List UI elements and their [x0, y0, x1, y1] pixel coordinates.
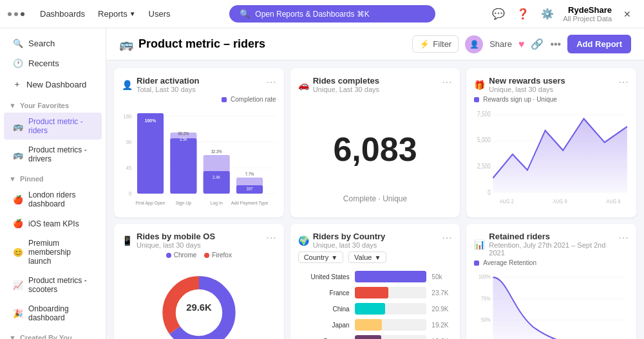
- heart-button[interactable]: ♥: [518, 39, 525, 50]
- content-header: 🚌 Product metric – riders ⚡ Filter 👤 Sha…: [106, 28, 644, 60]
- hbar-row-japan: Japan 19.2K: [298, 319, 453, 331]
- svg-text:29.6K: 29.6K: [186, 302, 212, 313]
- hbar-fill-japan: [355, 319, 382, 331]
- user-info: RydeShare All Project Data: [563, 5, 612, 23]
- header-actions: ⚡ Filter 👤 Share ♥ 🔗 ••• Add Report: [412, 35, 631, 53]
- sidebar-item-ios-kpis[interactable]: 🍎 iOS team KPIs: [4, 214, 102, 233]
- rides-big-number-label: Complete · Unique: [298, 194, 453, 210]
- rewards-legend-label: Rewards sign up · Unique: [483, 96, 557, 103]
- rewards-svg: 7,500 5,000 2,500 0: [474, 107, 629, 210]
- rider-activation-title: Rider activation: [137, 76, 200, 86]
- svg-text:First App Open: First App Open: [136, 199, 166, 206]
- mobile-sub: Unique, last 30 days: [137, 241, 215, 249]
- hbar-value-france: 23.7K: [431, 289, 452, 297]
- sidebar-item-product-metrics-drivers[interactable]: 🚌 Product metrics - drivers: [4, 141, 102, 168]
- chevron-down-icon-pinned[interactable]: ▼: [9, 175, 16, 183]
- value-filter[interactable]: Value ▼: [348, 252, 386, 263]
- card-icon-rider: 👤: [122, 80, 133, 90]
- hbar-row-france: France 23.7K: [298, 287, 453, 298]
- country-title: Riders by Country: [313, 232, 386, 241]
- riders-country-card: 🌍 Riders by Country Unique, last 30 days…: [290, 224, 460, 339]
- svg-text:75%: 75%: [481, 295, 491, 302]
- sidebar-item-onboarding[interactable]: 🎉 Onboarding dashboard: [4, 300, 102, 327]
- topnav-dashboards[interactable]: Dashboards: [35, 6, 90, 21]
- hbar-row-germany: Germany 18.6K: [298, 335, 453, 339]
- sidebar-search-label: Search: [28, 39, 55, 48]
- card-menu-mobile[interactable]: ⋯: [266, 232, 276, 244]
- card-menu-rider[interactable]: ⋯: [266, 76, 276, 88]
- created-section: ▼ Created By You: [0, 327, 106, 339]
- topnav-links: Dashboards Reports ▼ Users: [35, 6, 176, 21]
- svg-text:7,500: 7,500: [477, 110, 491, 118]
- share-button[interactable]: Share: [489, 39, 512, 49]
- card-menu-retained[interactable]: ⋯: [618, 232, 629, 244]
- sidebar-item-product-metric-riders[interactable]: 🚌 Product metric - riders: [4, 113, 102, 140]
- retention-legend-dot: [474, 261, 479, 266]
- svg-text:90: 90: [126, 138, 132, 145]
- dashboard-grid: 👤 Rider activation Total, Last 30 days ⋯…: [106, 60, 644, 339]
- topnav-search-area: 🔍 Open Reports & Dashboards ⌘K: [186, 5, 480, 23]
- add-report-button[interactable]: Add Report: [567, 35, 631, 53]
- donut-chart-area: 29.6K: [122, 262, 276, 339]
- hbar-label-china: China: [298, 306, 350, 313]
- retention-chart: 100% 75% 50% 25% 0: [474, 270, 629, 339]
- plus-icon: ＋: [13, 78, 21, 90]
- more-button[interactable]: •••: [550, 39, 561, 50]
- sidebar-item-scooters[interactable]: 📈 Product metrics - scooters: [4, 271, 102, 298]
- fav-label-0: Product metric - riders: [28, 117, 93, 135]
- hbar-value-japan: 19.2K: [431, 322, 452, 329]
- firefox-dot: [204, 253, 209, 258]
- topnav-close[interactable]: ✕: [618, 5, 636, 23]
- sidebar-recents[interactable]: 🕐 Recents: [4, 54, 102, 73]
- filter-button[interactable]: ⚡ Filter: [412, 35, 459, 53]
- sidebar-item-premium[interactable]: 😊 Premium membership launch: [4, 234, 102, 270]
- svg-text:AUG 9: AUG 9: [553, 197, 567, 205]
- settings-icon[interactable]: ⚙️: [538, 5, 556, 23]
- card-menu-rides[interactable]: ⋯: [442, 76, 452, 88]
- sidebar-recents-label: Recents: [28, 59, 59, 68]
- country-filter[interactable]: Country ▼: [298, 252, 343, 263]
- rewards-legend-dot: [474, 97, 479, 102]
- card-menu-rewards[interactable]: ⋯: [618, 76, 629, 88]
- new-rewards-card: 🎁 New rewards users Unique, last 30 days…: [466, 68, 636, 217]
- retention-legend-label: Average Retention: [483, 259, 536, 266]
- sidebar-item-london-riders[interactable]: 🍎 London riders dashboard: [4, 186, 102, 213]
- topnav-users[interactable]: Users: [144, 6, 176, 21]
- rider-activation-chart: Completion rate 180 90 45 0: [122, 96, 276, 210]
- card-menu-country[interactable]: ⋯: [442, 232, 452, 244]
- bar-chart-svg: 180 90 45 0 100%: [122, 107, 276, 210]
- hbar-row-china: China 20.9K: [298, 303, 453, 315]
- card-icon-mobile: 📱: [122, 235, 133, 246]
- sidebar-new-dashboard[interactable]: ＋ New Dashboard: [4, 74, 102, 95]
- hbar-track-france: [355, 287, 427, 298]
- retention-svg: 100% 75% 50% 25% 0: [474, 270, 629, 339]
- hbar-fill-china: [355, 303, 385, 315]
- main-layout: 🔍 Search 🕐 Recents ＋ New Dashboard ▼ You…: [0, 28, 644, 339]
- pinned-section: ▼ Pinned: [0, 169, 106, 185]
- logo-dot3: [21, 12, 24, 16]
- bars-wrapper: 180 90 45 0 100%: [122, 107, 276, 210]
- rewards-sub: Unique, last 30 days: [489, 86, 565, 93]
- hbar-value-us: 50k: [431, 273, 452, 280]
- topnav-reports[interactable]: Reports ▼: [93, 6, 140, 21]
- svg-text:5,000: 5,000: [477, 136, 491, 143]
- filter-label: Filter: [433, 39, 451, 49]
- svg-text:0: 0: [129, 190, 132, 197]
- chat-icon[interactable]: 💬: [489, 5, 507, 23]
- favorites-section: ▼ Your Favorites: [0, 95, 106, 112]
- svg-text:2.4K: 2.4K: [213, 175, 221, 180]
- logo-dot1: [8, 12, 12, 16]
- hbar-filters: Country ▼ Value ▼: [298, 252, 453, 263]
- card-header-rides: 🚗 Rides completes Unique, Last 30 days ⋯: [298, 76, 453, 93]
- global-search-bar[interactable]: 🔍 Open Reports & Dashboards ⌘K: [229, 5, 435, 23]
- card-header-country: 🌍 Riders by Country Unique, last 30 days…: [298, 232, 453, 249]
- logo: [8, 12, 24, 16]
- help-icon[interactable]: ❓: [514, 5, 532, 23]
- link-button[interactable]: 🔗: [531, 38, 544, 50]
- chevron-down-icon[interactable]: ▼: [9, 102, 16, 109]
- sidebar-search[interactable]: 🔍 Search: [4, 34, 102, 53]
- hbar-label-france: France: [298, 289, 350, 297]
- chevron-down-icon-created[interactable]: ▼: [9, 334, 16, 339]
- svg-text:Add Payment Type: Add Payment Type: [231, 199, 269, 206]
- hbar-label-japan: Japan: [298, 322, 350, 329]
